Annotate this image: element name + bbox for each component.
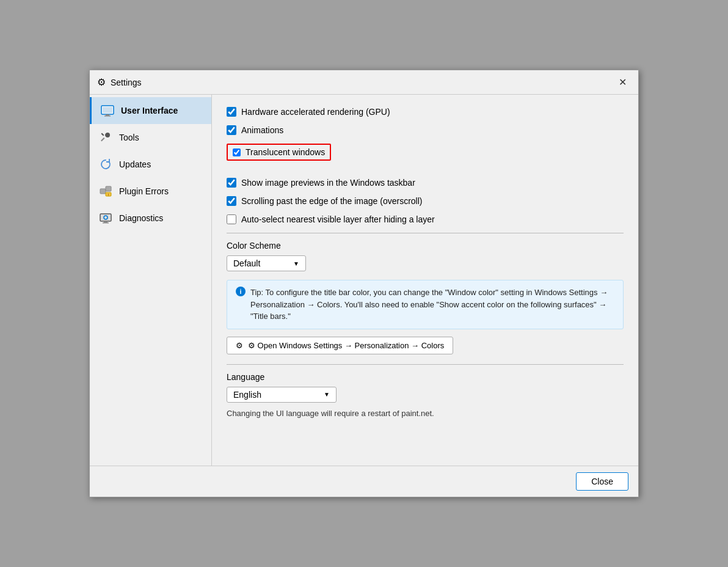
title-bar-left: ⚙ Settings [97, 76, 142, 88]
sidebar-label-plugin-errors: Plugin Errors [119, 186, 169, 196]
window-body: User Interface Tools U [90, 95, 638, 466]
window-title: Settings [111, 78, 142, 87]
sidebar-label-tools: Tools [119, 133, 139, 142]
sidebar-item-plugin-errors[interactable]: ! Plugin Errors [90, 178, 211, 205]
sidebar-item-user-interface[interactable]: User Interface [90, 97, 211, 124]
svg-rect-5 [106, 186, 111, 191]
tip-box: i Tip: To configure the title bar color,… [227, 280, 624, 329]
sidebar-item-updates[interactable]: Updates [90, 151, 211, 178]
svg-rect-1 [103, 107, 112, 113]
checkbox-taskbar[interactable] [227, 178, 236, 188]
updates-icon [98, 157, 113, 172]
main-content: Hardware accelerated rendering (GPU) Ani… [212, 95, 638, 466]
checkbox-label-translucent[interactable]: Translucent windows [246, 147, 325, 157]
svg-rect-4 [100, 189, 106, 194]
info-icon: i [236, 287, 246, 296]
plugin-errors-icon: ! [98, 184, 113, 199]
sidebar-label-updates: Updates [119, 159, 151, 169]
user-interface-icon [100, 103, 115, 118]
settings-icon: ⚙ [97, 76, 106, 88]
language-chevron-icon: ▼ [324, 391, 330, 398]
sidebar: User Interface Tools U [90, 95, 212, 466]
checkbox-label-overscroll[interactable]: Scrolling past the edge of the image (ov… [241, 196, 422, 206]
checkbox-label-gpu[interactable]: Hardware accelerated rendering (GPU) [241, 107, 390, 117]
tools-icon [98, 130, 113, 145]
checkbox-autoselect[interactable] [227, 214, 236, 224]
diagnostics-icon [98, 211, 113, 225]
sidebar-item-diagnostics[interactable]: Diagnostics [90, 205, 211, 232]
translucent-windows-row: Translucent windows [227, 144, 624, 169]
gear-icon: ⚙ [236, 341, 243, 350]
checkbox-label-taskbar[interactable]: Show image previews in the Windows taskb… [241, 178, 415, 188]
svg-text:!: ! [108, 193, 109, 197]
checkbox-label-animations[interactable]: Animations [241, 125, 283, 135]
title-bar: ⚙ Settings ✕ [90, 70, 638, 95]
svg-rect-3 [104, 115, 111, 117]
checkbox-row-autoselect: Auto-select nearest visible layer after … [227, 214, 624, 224]
window-close-button[interactable]: ✕ [614, 74, 631, 91]
svg-rect-11 [103, 222, 109, 224]
color-scheme-selected: Default [233, 258, 260, 268]
sidebar-label-user-interface: User Interface [121, 106, 178, 115]
svg-rect-8 [100, 214, 111, 221]
tip-text: Tip: To configure the title bar color, y… [250, 287, 614, 323]
checkbox-row-taskbar: Show image previews in the Windows taskb… [227, 178, 624, 188]
chevron-down-icon: ▼ [293, 260, 299, 267]
open-windows-settings-button[interactable]: ⚙ ⚙ Open Windows Settings → Personalizat… [227, 337, 453, 354]
bottom-bar: Close [90, 466, 638, 497]
sidebar-label-diagnostics: Diagnostics [119, 213, 163, 223]
checkbox-animations[interactable] [227, 125, 236, 135]
checkbox-row-gpu: Hardware accelerated rendering (GPU) [227, 107, 624, 117]
svg-rect-10 [104, 221, 107, 222]
close-dialog-button[interactable]: Close [576, 472, 628, 491]
checkbox-translucent[interactable] [233, 148, 241, 156]
divider-language [227, 364, 624, 365]
checkbox-row-animations: Animations [227, 125, 624, 135]
language-label: Language [227, 372, 624, 382]
checkbox-row-overscroll: Scrolling past the edge of the image (ov… [227, 196, 624, 206]
tip-row: i Tip: To configure the title bar color,… [236, 287, 614, 323]
translucent-windows-highlight: Translucent windows [227, 144, 331, 161]
open-settings-label: ⚙ Open Windows Settings → Personalizatio… [248, 341, 444, 350]
color-scheme-label: Color Scheme [227, 241, 624, 251]
checkbox-overscroll[interactable] [227, 196, 236, 206]
language-dropdown[interactable]: English ▼ [227, 387, 337, 403]
settings-window: ⚙ Settings ✕ User Interface [89, 70, 639, 497]
divider-color-scheme [227, 233, 624, 233]
sidebar-item-tools[interactable]: Tools [90, 124, 211, 151]
color-scheme-dropdown[interactable]: Default ▼ [227, 255, 306, 271]
language-selected: English [233, 390, 261, 400]
checkbox-gpu[interactable] [227, 107, 236, 117]
restart-note: Changing the UI language will require a … [227, 409, 624, 418]
svg-rect-2 [106, 114, 109, 115]
checkbox-label-autoselect[interactable]: Auto-select nearest visible layer after … [241, 214, 435, 224]
